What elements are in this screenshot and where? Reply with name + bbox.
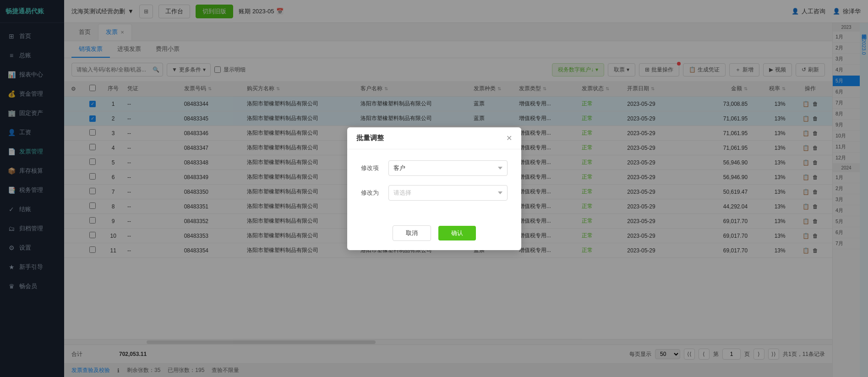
modify-item-control: 客户 日期 状态	[388, 160, 508, 176]
modify-to-control: 请选择	[388, 185, 508, 201]
modal-title: 批量调整	[356, 134, 384, 142]
confirm-button[interactable]: 确认	[438, 226, 476, 240]
modify-to-row: 修改为 请选择	[361, 185, 508, 201]
modal-close-btn[interactable]: ✕	[506, 134, 512, 142]
batch-adjust-modal: 批量调整 ✕ 修改项 客户 日期 状态 修改为 请选择	[347, 127, 521, 250]
modify-item-row: 修改项 客户 日期 状态	[361, 160, 508, 176]
modify-to-select[interactable]: 请选择	[388, 185, 508, 201]
cancel-button[interactable]: 取消	[393, 225, 431, 241]
modify-item-select[interactable]: 客户 日期 状态	[388, 160, 508, 176]
modify-item-label: 修改项	[361, 164, 388, 172]
modify-to-label: 修改为	[361, 189, 388, 197]
modal-footer: 取消 确认	[347, 221, 521, 250]
modal-header: 批量调整 ✕	[347, 127, 521, 149]
modal-overlay[interactable]: 批量调整 ✕ 修改项 客户 日期 状态 修改为 请选择	[0, 0, 868, 377]
modal-body: 修改项 客户 日期 状态 修改为 请选择	[347, 149, 521, 221]
